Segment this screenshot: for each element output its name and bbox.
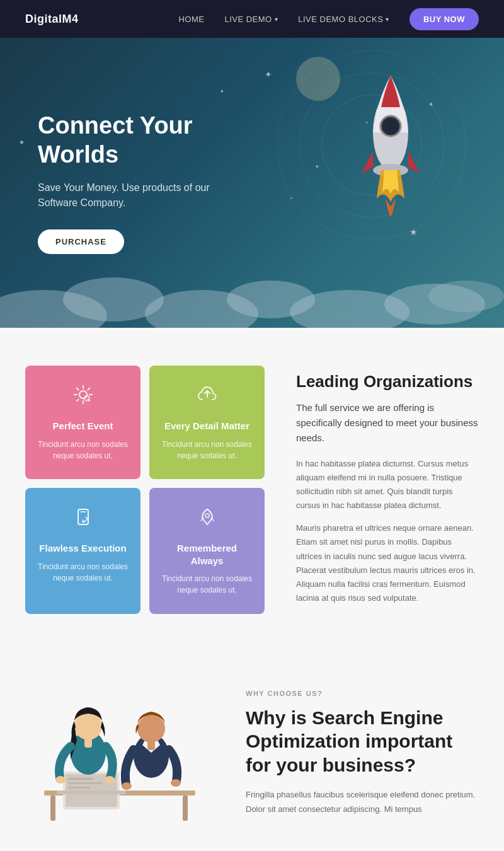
feature-card-every-detail: Every Detail Matter Tincidunt arcu non s… (149, 366, 265, 479)
touch-icon (72, 506, 94, 533)
svg-point-4 (79, 391, 87, 398)
cloud (428, 281, 504, 312)
svg-rect-10 (50, 796, 55, 821)
card-title: Perfect Event (53, 420, 113, 432)
hero-content: Connect Your Worlds Save Your Money. Use… (0, 112, 265, 254)
svg-rect-16 (68, 782, 103, 784)
rocket-svg (353, 63, 428, 227)
card-desc: Tincidunt arcu non sodales neque sodales… (162, 439, 252, 461)
svg-point-24 (137, 715, 165, 743)
features-lead: The full service we are offering is spec… (296, 400, 479, 446)
svg-point-22 (105, 776, 115, 784)
why-label: WHY CHOOSE US? (246, 690, 479, 697)
svg-point-2 (384, 120, 397, 132)
svg-point-27 (171, 779, 181, 787)
features-cards-grid: Perfect Event Tincidunt arcu non sodales… (25, 366, 265, 614)
cloud-upload-icon (196, 383, 219, 411)
card-title: Remembered Always (162, 542, 252, 567)
nav-live-demo-blocks[interactable]: LIVE DEMO BLOCKS ▾ (298, 14, 389, 24)
svg-point-19 (74, 712, 102, 740)
gear-icon (72, 383, 94, 411)
star-icon: ✦ (315, 164, 319, 170)
purchase-button[interactable]: PURCHASE (38, 229, 124, 254)
svg-rect-17 (68, 787, 90, 789)
features-body-2: Mauris pharetra et ultrices neque ornare… (296, 521, 479, 605)
star-icon: ✦ (428, 101, 433, 108)
svg-rect-20 (84, 738, 92, 748)
buy-now-button[interactable]: BUY NOW (410, 8, 479, 30)
brand-logo: DigitalM4 (25, 13, 79, 26)
svg-point-8 (205, 514, 209, 518)
svg-rect-11 (183, 796, 188, 821)
svg-point-26 (122, 782, 132, 790)
card-desc: Tincidunt arcu non sodales neque sodales… (38, 561, 128, 584)
feature-card-remembered: Remembered Always Tincidunt arcu non sod… (149, 488, 265, 614)
card-title: Every Detail Matter (164, 420, 249, 432)
features-section: Perfect Event Tincidunt arcu non sodales… (0, 328, 504, 652)
rocket-illustration (353, 63, 428, 229)
svg-rect-25 (147, 740, 155, 750)
star-icon: ✦ (265, 69, 272, 79)
feature-card-flawless: Flawless Execution Tincidunt arcu non so… (25, 488, 140, 614)
nav-home[interactable]: HOME (178, 14, 204, 24)
chevron-down-icon: ▾ (275, 16, 278, 23)
star-icon: ● (220, 88, 224, 94)
why-body: Fringilla phasellus faucibus scelerisque… (246, 788, 479, 816)
card-desc: Tincidunt arcu non sodales neque sodales… (162, 573, 252, 596)
card-title: Flawless Execution (39, 542, 126, 555)
hero-section: ✦ ✦ ★ ✦ ★ ● ● ● (0, 38, 504, 328)
svg-rect-14 (57, 790, 126, 794)
feature-card-perfect-event: Perfect Event Tincidunt arcu non sodales… (25, 366, 140, 479)
hero-clouds (0, 252, 504, 328)
card-desc: Tincidunt arcu non sodales neque sodales… (38, 439, 128, 461)
chevron-down-icon: ▾ (386, 16, 389, 23)
nav-live-demo[interactable]: LIVE DEMO ▾ (224, 14, 278, 24)
people-svg (25, 690, 214, 828)
navbar: DigitalM4 HOME LIVE DEMO ▾ LIVE DEMO BLO… (0, 0, 504, 38)
features-title: Leading Organizations (296, 372, 479, 391)
star-icon: ● (290, 195, 292, 200)
why-content: WHY CHOOSE US? Why is Search Engine Opti… (246, 690, 479, 816)
rocket-icon (196, 506, 219, 533)
features-text-block: Leading Organizations The full service w… (284, 366, 479, 614)
why-section: WHY CHOOSE US? Why is Search Engine Opti… (0, 652, 504, 851)
hero-title: Connect Your Worlds (38, 112, 227, 169)
svg-rect-15 (68, 778, 93, 780)
features-body-1: In hac habitasse platea dictumst. Cursus… (296, 457, 479, 512)
svg-point-21 (55, 776, 66, 784)
hero-subtitle: Save Your Money. Use products of our Sof… (38, 180, 227, 211)
why-image (25, 690, 214, 828)
why-title: Why is Search Engine Optimization import… (246, 706, 479, 777)
nav-links: HOME LIVE DEMO ▾ LIVE DEMO BLOCKS ▾ BUY … (178, 8, 479, 30)
